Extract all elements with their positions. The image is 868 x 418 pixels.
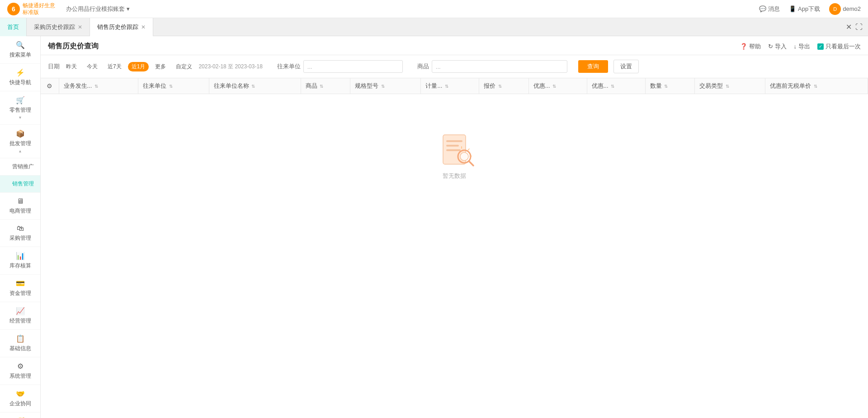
data-table: ⚙ 业务发生... ⇅ 往来单位 ⇅ 往来单位名称 ⇅ bbox=[41, 78, 868, 94]
col-discount1[interactable]: 优惠... ⇅ bbox=[528, 78, 587, 94]
empty-text: 暂无数据 bbox=[443, 172, 466, 180]
table-settings-icon[interactable]: ⚙ bbox=[47, 82, 52, 90]
search-menu-icon: 🔍 bbox=[16, 41, 25, 49]
sort-icon-biz-date: ⇅ bbox=[94, 84, 98, 89]
query-button[interactable]: 查询 bbox=[578, 60, 608, 73]
tab-purchase-history[interactable]: 采购历史价跟踪 ✕ bbox=[27, 18, 90, 36]
sidebar-item-finance-mgmt[interactable]: 💳 资金管理 bbox=[0, 275, 40, 302]
partner-input[interactable]: ... bbox=[303, 60, 403, 73]
download-icon: 📱 bbox=[789, 5, 796, 12]
svg-rect-1 bbox=[446, 140, 462, 142]
sidebar-item-retail-mgmt[interactable]: 🛒 零售管理 ▾ bbox=[0, 91, 40, 125]
sidebar-item-marketing[interactable]: 营销推广 bbox=[0, 158, 40, 176]
date-btn-1month[interactable]: 近1月 bbox=[128, 62, 149, 71]
top-bar: 6 畅捷通好生意 标准版 办公用品行业模拟账套 ▾ 💬 消息 📱 App下载 D… bbox=[0, 0, 868, 18]
date-btn-today[interactable]: 今天 bbox=[83, 62, 101, 71]
chevron-down-icon: ▾ bbox=[127, 5, 130, 12]
sidebar-item-ops-mgmt[interactable]: 📈 经营管理 bbox=[0, 302, 40, 330]
filter-action-btns: 查询 bbox=[578, 60, 608, 73]
date-label: 日期 bbox=[48, 62, 60, 71]
close-all-tabs-icon[interactable]: ✕ bbox=[846, 23, 852, 31]
user-area[interactable]: D demo2 bbox=[829, 3, 861, 15]
import-btn[interactable]: ↻ 导入 bbox=[768, 43, 787, 51]
date-range-display: 2023-02-18 至 2023-03-18 bbox=[198, 63, 262, 71]
quick-nav-icon: ⚡ bbox=[16, 68, 25, 77]
expand-tab-icon[interactable]: ⛶ bbox=[855, 23, 863, 31]
partner-filter-group: 往来单位 ... bbox=[277, 60, 403, 73]
col-pretax-price[interactable]: 优惠前无税单价 ⇅ bbox=[765, 78, 868, 94]
logo-area: 6 畅捷通好生意 标准版 bbox=[7, 2, 55, 15]
close-purchase-tab-icon[interactable]: ✕ bbox=[78, 24, 82, 30]
sort-icon-pretax-price: ⇅ bbox=[814, 84, 817, 89]
message-btn[interactable]: 💬 消息 bbox=[759, 5, 780, 13]
tab-home[interactable]: 首页 bbox=[0, 18, 27, 36]
date-btn-more[interactable]: 更多 bbox=[151, 62, 170, 71]
export-btn[interactable]: ↓ 导出 bbox=[794, 43, 811, 51]
enterprise-collab-icon: 🤝 bbox=[16, 390, 25, 398]
col-biz-date[interactable]: 业务发生... ⇅ bbox=[59, 78, 138, 94]
date-btn-7days[interactable]: 近7天 bbox=[104, 62, 125, 71]
sort-icon-product: ⇅ bbox=[320, 84, 323, 89]
sort-icon-quantity: ⇅ bbox=[664, 84, 668, 89]
app-download-btn[interactable]: 📱 App下载 bbox=[789, 5, 820, 13]
close-sales-tab-icon[interactable]: ✕ bbox=[141, 24, 146, 30]
col-partner-code[interactable]: 往来单位 ⇅ bbox=[138, 78, 209, 94]
finance-mgmt-icon: 💳 bbox=[16, 279, 25, 288]
filter-bar: 日期 昨天 今天 近7天 近1月 更多 自定义 2023-02-18 至 202… bbox=[41, 55, 868, 78]
sidebar-item-inventory[interactable]: 📊 库存核算 bbox=[0, 247, 40, 275]
col-quantity[interactable]: 数量 ⇅ bbox=[645, 78, 694, 94]
sidebar-item-search-menu[interactable]: 🔍 搜索菜单 bbox=[0, 36, 40, 64]
message-icon: 💬 bbox=[759, 5, 766, 12]
ops-mgmt-icon: 📈 bbox=[16, 307, 25, 315]
product-input[interactable]: ... bbox=[432, 60, 567, 73]
sort-icon-price: ⇅ bbox=[498, 84, 502, 89]
col-trade-type[interactable]: 交易类型 ⇅ bbox=[695, 78, 765, 94]
avatar: D bbox=[829, 3, 841, 15]
date-btn-yesterday[interactable]: 昨天 bbox=[62, 62, 80, 71]
company-select[interactable]: 办公用品行业模拟账套 ▾ bbox=[66, 5, 130, 13]
col-price[interactable]: 报价 ⇅ bbox=[479, 78, 528, 94]
inventory-icon: 📊 bbox=[16, 252, 25, 260]
table-header-row: ⚙ 业务发生... ⇅ 往来单位 ⇅ 往来单位名称 ⇅ bbox=[41, 78, 868, 94]
sys-mgmt-icon: ⚙ bbox=[17, 362, 24, 370]
col-product[interactable]: 商品 ⇅ bbox=[301, 78, 350, 94]
purchase-mgmt-icon: 🛍 bbox=[17, 224, 24, 233]
col-discount2[interactable]: 优惠... ⇅ bbox=[587, 78, 645, 94]
sidebar-item-new-guide[interactable]: 🧭 新手引导 bbox=[0, 413, 40, 418]
tab-sales-history[interactable]: 销售历史价跟踪 ✕ bbox=[90, 18, 153, 36]
page-header: 销售历史价查询 ❓ 帮助 ↻ 导入 ↓ 导出 ✓ 只看最后一次 bbox=[41, 36, 868, 55]
sidebar-item-base-info[interactable]: 📋 基础信息 bbox=[0, 330, 40, 357]
date-btn-custom[interactable]: 自定义 bbox=[172, 62, 196, 71]
help-btn[interactable]: ❓ 帮助 bbox=[740, 43, 761, 51]
content-area: 销售历史价查询 ❓ 帮助 ↻ 导入 ↓ 导出 ✓ 只看最后一次 bbox=[41, 36, 868, 418]
settings-button[interactable]: 设置 bbox=[613, 60, 639, 73]
product-input-dots: ... bbox=[436, 63, 441, 70]
partner-label: 往来单位 bbox=[277, 62, 301, 71]
sidebar-item-ecommerce-mgmt[interactable]: 🖥 电商管理 bbox=[0, 193, 40, 220]
sort-icon-partner-code: ⇅ bbox=[169, 84, 173, 89]
col-settings[interactable]: ⚙ bbox=[41, 78, 59, 94]
sidebar-item-enterprise-collab[interactable]: 🤝 企业协同 bbox=[0, 385, 40, 413]
only-last-checkbox[interactable]: ✓ 只看最后一次 bbox=[817, 43, 861, 51]
sidebar-item-sys-mgmt[interactable]: ⚙ 系统管理 bbox=[0, 357, 40, 385]
date-filter-group: 日期 昨天 今天 近7天 近1月 更多 自定义 bbox=[48, 62, 196, 71]
sidebar-item-wholesale-mgmt[interactable]: 📦 批发管理 ▴ bbox=[0, 125, 40, 158]
sidebar-item-sales-mgmt[interactable]: 销售管理 bbox=[0, 176, 40, 193]
col-unit[interactable]: 计量... ⇅ bbox=[421, 78, 479, 94]
empty-icon bbox=[436, 130, 472, 166]
svg-line-8 bbox=[468, 149, 469, 150]
import-icon: ↻ bbox=[768, 43, 773, 50]
svg-line-6 bbox=[469, 161, 473, 166]
ecommerce-mgmt-icon: 🖥 bbox=[17, 197, 24, 205]
col-partner-name[interactable]: 往来单位名称 ⇅ bbox=[209, 78, 301, 94]
page-header-actions: ❓ 帮助 ↻ 导入 ↓ 导出 ✓ 只看最后一次 bbox=[740, 43, 861, 51]
sort-icon-unit: ⇅ bbox=[445, 84, 448, 89]
export-icon: ↓ bbox=[794, 43, 797, 50]
product-filter-group: 商品 ... bbox=[417, 60, 567, 73]
help-icon: ❓ bbox=[740, 43, 747, 50]
checkbox-icon: ✓ bbox=[817, 43, 824, 50]
sort-icon-discount1: ⇅ bbox=[552, 84, 556, 89]
sidebar-item-purchase-mgmt[interactable]: 🛍 采购管理 bbox=[0, 220, 40, 247]
col-spec[interactable]: 规格型号 ⇅ bbox=[350, 78, 421, 94]
sidebar-item-quick-nav[interactable]: ⚡ 快捷导航 bbox=[0, 64, 40, 91]
